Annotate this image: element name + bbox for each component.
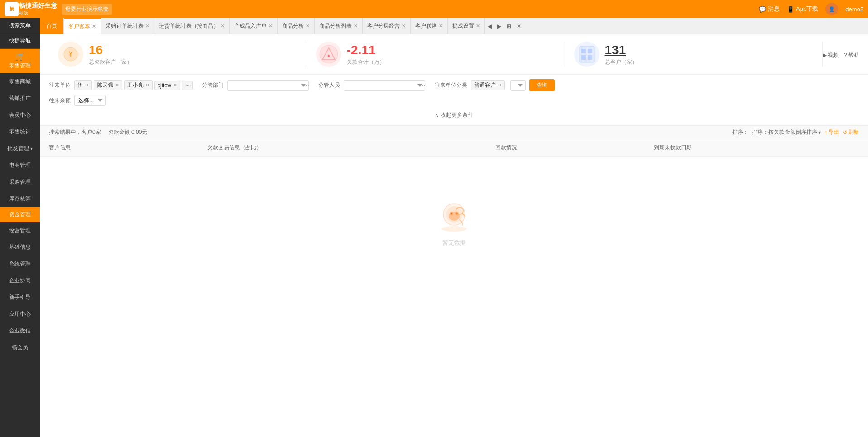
help-link[interactable]: ? 帮助 <box>844 52 859 59</box>
filter-row-2: 往来余额 选择... <box>49 95 859 106</box>
sidebar-item-ecommerce[interactable]: 电商管理 <box>0 157 40 174</box>
page-content: ¥ 16 总欠款客户（家） ✦ -2.11 <box>40 34 868 437</box>
svg-point-16 <box>451 213 452 214</box>
svg-rect-8 <box>581 55 586 60</box>
sidebar-quick-nav[interactable]: 快捷导航 <box>0 33 40 49</box>
tab-close-customer-account[interactable]: ✕ <box>92 24 96 29</box>
filter-collapse-btn[interactable]: ∧ 收起更多条件 <box>49 109 859 121</box>
col-debt-info: 欠款交易信息（占比） <box>198 139 486 157</box>
tab-close-product-inbound[interactable]: ✕ <box>269 23 273 29</box>
sidebar-item-basic[interactable]: 基础信息 <box>0 239 40 256</box>
tab-customer-contact[interactable]: 客户联络 ✕ <box>411 18 448 34</box>
empty-illustration <box>436 197 472 233</box>
logo-text: 畅 <box>10 6 14 12</box>
dept-select[interactable] <box>227 80 309 91</box>
person-select[interactable] <box>344 80 425 91</box>
sort-dropdown[interactable]: 排序：按欠款金额倒序排序 ▾ <box>752 128 821 136</box>
sidebar-item-retail-stats[interactable]: 零售统计 <box>0 124 40 140</box>
unit-category-label: 往来单位分类 <box>435 81 467 89</box>
sidebar-search[interactable]: 搜索菜单 <box>0 18 40 33</box>
tab-close-product-analysis[interactable]: ✕ <box>306 23 310 29</box>
sidebar-item-system[interactable]: 系统管理 <box>0 256 40 272</box>
account-dropdown[interactable]: 母婴行业演示帐套 <box>62 4 112 15</box>
unit-tag-chen: 陈民强 ✕ <box>94 80 122 90</box>
unit-tag-more[interactable]: ··· <box>182 81 193 90</box>
sidebar-item-operation[interactable]: 经营管理 <box>0 222 40 239</box>
user-avatar[interactable]: 👤 <box>825 3 838 15</box>
tab-close-promotion-settings[interactable]: ✕ <box>476 23 480 29</box>
tab-customer-tier[interactable]: 客户分层经营 ✕ <box>363 18 411 34</box>
tab-product-analysis[interactable]: 商品分析 ✕ <box>278 18 315 34</box>
sidebar-item-app-center[interactable]: 应用中心 <box>0 306 40 323</box>
messages-btn[interactable]: 💬 消息 <box>759 5 780 13</box>
tab-next-btn[interactable]: ▶ <box>494 23 504 29</box>
app-title: 畅捷通好生意 标版 <box>19 2 57 16</box>
unit-label: 往来单位 <box>49 81 71 89</box>
sidebar-item-member-plus[interactable]: 畅会员 <box>0 339 40 356</box>
tab-inbound-stats[interactable]: 进货单统计表（按商品） ✕ <box>154 18 230 34</box>
tab-customer-account[interactable]: 客户账本 ✕ <box>64 18 101 34</box>
unit-category-tag-normal: 普通客户 ✕ <box>471 80 505 90</box>
debt-amount: 欠款金额 0.00元 <box>108 128 148 136</box>
sidebar-item-newbie[interactable]: 新手引导 <box>0 289 40 306</box>
export-btn[interactable]: ↑ 导出 <box>825 128 839 136</box>
sidebar-item-inventory[interactable]: 库存核算 <box>0 190 40 207</box>
remove-tag-chen[interactable]: ✕ <box>115 82 119 88</box>
tag-value-chen: 陈民强 <box>97 81 113 89</box>
export-icon: ↑ <box>825 129 827 136</box>
unit-tag-wu: 伍 ✕ <box>74 80 92 90</box>
query-button[interactable]: 查询 <box>529 79 555 91</box>
content-area: 搜索菜单 快捷导航 🛒 零售管理 零售商城 营销推广 会员中心 零售统计 批发管… <box>0 18 868 437</box>
remove-tag-wang[interactable]: ✕ <box>145 82 149 88</box>
sidebar-item-enterprise-wechat[interactable]: 企业微信 <box>0 323 40 339</box>
tab-purchase-order[interactable]: 采购订单统计表 ✕ <box>101 18 154 34</box>
sidebar-item-purchase[interactable]: 采购管理 <box>0 174 40 190</box>
tag-value-cjttcw: cjttcw <box>158 82 171 89</box>
tab-product-analysis-list[interactable]: 商品分析列表 ✕ <box>315 18 363 34</box>
remove-tag-normal[interactable]: ✕ <box>498 82 502 88</box>
video-label: 视频 <box>828 52 839 59</box>
refresh-btn[interactable]: ↺ 刷新 <box>843 128 859 136</box>
tab-close-purchase-order[interactable]: ✕ <box>145 23 149 29</box>
tab-product-inbound[interactable]: 产成品入库单 ✕ <box>230 18 278 34</box>
stat-value-debtors: 16 <box>89 43 297 58</box>
remove-tag-cjttcw[interactable]: ✕ <box>173 82 177 88</box>
tab-close-customer-contact[interactable]: ✕ <box>439 23 443 29</box>
sidebar-item-retail[interactable]: 🛒 零售管理 <box>0 49 40 73</box>
unit-category-select[interactable] <box>510 80 526 91</box>
app-download-btn[interactable]: 📱 App下载 <box>787 5 818 13</box>
remove-tag-wu[interactable]: ✕ <box>85 82 89 88</box>
sidebar-item-wholesale[interactable]: 批发管理 ▾ <box>0 140 40 157</box>
main-content: 首页 客户账本 ✕ 采购订单统计表 ✕ 进货单统计表（按商品） ✕ 产成品入库单… <box>40 18 868 437</box>
tab-close-inbound-stats[interactable]: ✕ <box>221 23 225 29</box>
export-label: 导出 <box>828 128 839 136</box>
tab-expand-btn[interactable]: ⊞ <box>504 23 514 29</box>
video-link[interactable]: ▶ 视频 <box>823 52 839 59</box>
dept-expand-icon: ⋯ <box>303 82 309 89</box>
tag-more-icon: ··· <box>185 82 190 89</box>
filter-area: 往来单位 伍 ✕ 陈民强 ✕ 王小亮 <box>40 75 868 126</box>
sort-arrow-icon: ▾ <box>818 129 821 136</box>
tab-close-all-btn[interactable]: ✕ <box>514 23 524 29</box>
download-icon: 📱 <box>787 6 794 13</box>
tab-home[interactable]: 首页 <box>40 18 64 34</box>
sidebar-item-enterprise-collab[interactable]: 企业协同 <box>0 272 40 289</box>
search-count: 搜索结果中，客户0家 <box>49 128 101 136</box>
balance-label: 往来余额 <box>49 97 71 104</box>
tab-prev-btn[interactable]: ◀ <box>485 23 494 29</box>
data-table: 客户信息 欠款交易信息（占比） 回款情况 到期未收款日期 <box>40 139 868 288</box>
stats-bar: ¥ 16 总欠款客户（家） ✦ -2.11 <box>40 34 868 75</box>
sidebar-item-finance[interactable]: 资金管理 <box>0 207 40 222</box>
tab-close-customer-tier[interactable]: ✕ <box>402 23 406 29</box>
sidebar-item-member[interactable]: 会员中心 <box>0 107 40 124</box>
tab-close-product-analysis-list[interactable]: ✕ <box>354 23 358 29</box>
sidebar-item-retail-mall[interactable]: 零售商城 <box>0 73 40 90</box>
col-overdue-date: 到期未收款日期 <box>645 139 868 157</box>
balance-select[interactable]: 选择... <box>74 95 106 106</box>
person-expand-icon: ⋯ <box>420 82 426 89</box>
tab-promotion-settings[interactable]: 提成设置 ✕ <box>448 18 485 34</box>
stat-total-debt: ✦ -2.11 欠款合计（万） <box>307 42 565 67</box>
svg-rect-9 <box>588 55 592 60</box>
sidebar-item-marketing[interactable]: 营销推广 <box>0 90 40 107</box>
svg-text:✦: ✦ <box>326 53 331 59</box>
